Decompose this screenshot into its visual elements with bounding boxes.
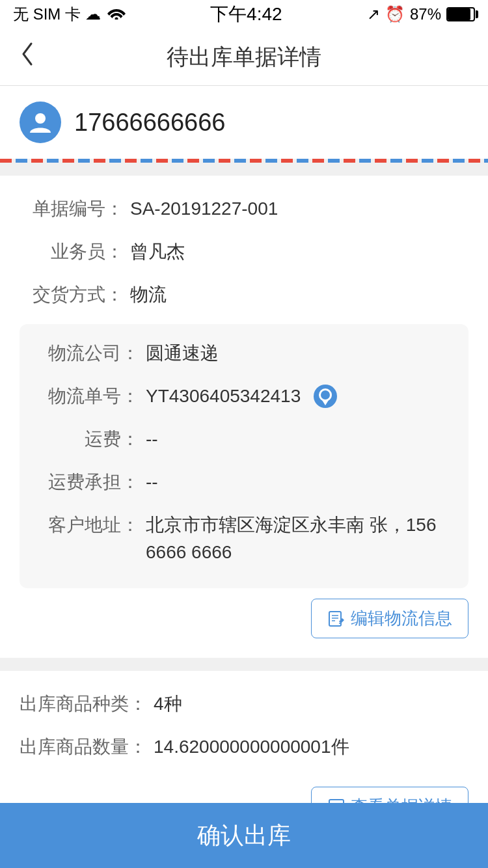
sales-person-label: 业务员：: [20, 238, 124, 265]
location-status-icon: ↗: [367, 5, 380, 23]
freight-value: --: [146, 426, 453, 453]
edit-logistics-label: 编辑物流信息: [351, 607, 452, 630]
tracking-location-icon[interactable]: [314, 385, 337, 408]
logistics-company-label: 物流公司：: [35, 340, 139, 367]
battery-text: 87%: [410, 5, 441, 23]
freight-bearer-value: --: [146, 468, 453, 496]
freight-label: 运费：: [35, 426, 139, 453]
document-number-label: 单据编号：: [20, 195, 124, 223]
delivery-method-row: 交货方式： 物流: [20, 281, 468, 308]
customer-address-label: 客户地址：: [35, 511, 139, 539]
delivery-method-label: 交货方式：: [20, 281, 124, 308]
status-right: ↗ ⏰ 87%: [367, 5, 475, 23]
logistics-inner-card: 物流公司： 圆通速递 物流单号： YT4306405342413 运费： -- …: [20, 324, 468, 588]
freight-bearer-label: 运费承担：: [35, 468, 139, 496]
section-gap-1: [0, 163, 488, 176]
tracking-number-label: 物流单号：: [35, 383, 139, 410]
goods-types-row: 出库商品种类： 4种: [20, 690, 468, 718]
sim-signal: 无 SIM 卡 ☁: [13, 4, 101, 25]
avatar: [20, 102, 61, 143]
confirm-button-label: 确认出库: [197, 820, 291, 852]
sales-person-value: 曾凡杰: [130, 238, 468, 265]
status-left: 无 SIM 卡 ☁: [13, 4, 126, 25]
tracking-number-value: YT4306405342413: [146, 383, 453, 410]
edit-logistics-section: 编辑物流信息: [20, 588, 468, 645]
order-info-card: 单据编号： SA-20191227-001 业务员： 曾凡杰 交货方式： 物流 …: [0, 176, 488, 658]
logistics-company-row: 物流公司： 圆通速递: [35, 340, 453, 367]
freight-row: 运费： --: [35, 426, 453, 453]
goods-types-label: 出库商品种类：: [20, 690, 147, 718]
status-time: 下午4:42: [210, 2, 282, 27]
battery-icon: [446, 7, 475, 21]
goods-types-value: 4种: [154, 690, 468, 718]
svg-point-0: [115, 18, 118, 20]
freight-bearer-row: 运费承担： --: [35, 468, 453, 496]
goods-quantity-label: 出库商品数量：: [20, 733, 147, 761]
confirm-button[interactable]: 确认出库: [0, 803, 488, 868]
section-gap-2: [0, 658, 488, 671]
status-bar: 无 SIM 卡 ☁ 下午4:42 ↗ ⏰ 87%: [0, 0, 488, 29]
goods-quantity-row: 出库商品数量： 14.620000000000001件: [20, 733, 468, 761]
back-button[interactable]: [20, 41, 48, 73]
svg-point-1: [35, 113, 46, 124]
tracking-number-row: 物流单号： YT4306405342413: [35, 383, 453, 410]
customer-phone: 17666666666: [74, 109, 225, 137]
edit-logistics-button[interactable]: 编辑物流信息: [311, 599, 468, 638]
document-number-value: SA-20191227-001: [130, 195, 468, 223]
delivery-method-value: 物流: [130, 281, 468, 308]
alarm-icon: ⏰: [385, 5, 405, 23]
nav-bar: 待出库单据详情: [0, 29, 488, 86]
logistics-company-value: 圆通速递: [146, 340, 453, 367]
customer-address-value: 北京市市辖区海淀区永丰南 张，156 6666 6666: [146, 511, 453, 566]
wifi-icon: [107, 5, 126, 23]
page-title: 待出库单据详情: [167, 42, 321, 72]
customer-card: 17666666666: [0, 86, 488, 159]
goods-quantity-value: 14.620000000000001件: [154, 733, 468, 761]
document-number-row: 单据编号： SA-20191227-001: [20, 195, 468, 223]
customer-address-row: 客户地址： 北京市市辖区海淀区永丰南 张，156 6666 6666: [35, 511, 453, 566]
sales-person-row: 业务员： 曾凡杰: [20, 238, 468, 265]
